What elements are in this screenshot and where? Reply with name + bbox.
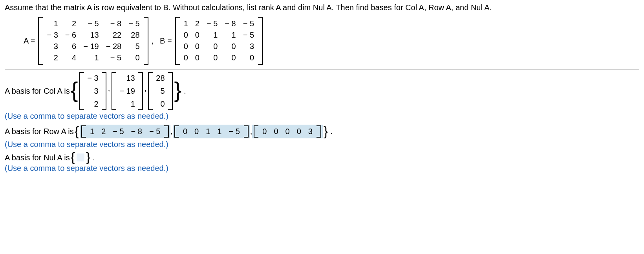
hint-text: (Use a comma to separate vectors as need…	[5, 164, 639, 173]
hint-text: (Use a comma to separate vectors as need…	[5, 140, 639, 149]
label-B: B =	[160, 36, 172, 45]
label-A: A =	[24, 36, 35, 45]
nul-a-answer: A basis for Nul A is { } .	[5, 153, 639, 162]
matrix-B: 12− 5− 8− 5 0011− 5 00003 00000	[175, 17, 263, 65]
separator	[5, 69, 639, 70]
col-vector: 28 5 0	[148, 72, 172, 110]
row-vector[interactable]: 12− 5− 8− 5	[80, 125, 170, 138]
vector-comma: ,	[107, 84, 111, 98]
col-a-label: A basis for Col A is	[5, 87, 70, 96]
row-a-label: A basis for Row A is	[5, 127, 74, 136]
row-a-answer: A basis for Row A is { 12− 5− 8− 5 , 001…	[5, 125, 639, 138]
comma: ,	[152, 36, 154, 45]
col-vector: − 3 3 2	[79, 72, 106, 110]
hint-text: (Use a comma to separate vectors as need…	[5, 112, 639, 121]
nul-a-input[interactable]	[76, 153, 85, 162]
vector-comma: ,	[144, 84, 148, 98]
period: .	[184, 87, 186, 96]
col-a-answer: A basis for Col A is { − 3 3 2 , 13 − 19…	[5, 72, 639, 110]
col-vector: 13 − 19 1	[112, 72, 143, 110]
row-vector[interactable]: 00003	[252, 125, 323, 138]
matrix-definitions: A = 12− 5− 8− 5 − 3− 6132228 36− 19− 285…	[20, 17, 639, 65]
period: .	[330, 127, 333, 136]
question-text: Assume that the matrix A is row equivale…	[5, 3, 639, 12]
nul-a-label: A basis for Nul A is	[5, 153, 70, 162]
period: .	[93, 153, 95, 162]
row-vector[interactable]: 0011− 5	[173, 125, 250, 138]
col-a-vectors: − 3 3 2 , 13 − 19 1 , 28 5 0	[79, 72, 173, 110]
matrix-A: 12− 5− 8− 5 − 3− 6132228 36− 19− 285 241…	[38, 17, 148, 65]
